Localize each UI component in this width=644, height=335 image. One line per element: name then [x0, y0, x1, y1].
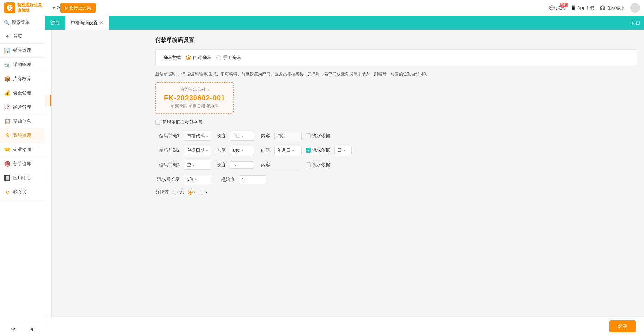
sales-icon: 📊 [4, 47, 10, 54]
guide-icon: 🎯 [4, 161, 10, 167]
message-badge: 99+ [560, 3, 568, 7]
sidebar-item-label: 基础信息 [13, 118, 31, 124]
serial3-checkbox[interactable] [306, 162, 311, 167]
sidebar-item-label: 应用中心 [13, 175, 31, 181]
prefix2-select[interactable]: 单据日期 ▾ [184, 146, 211, 155]
content2-label: 内容 [261, 147, 270, 153]
logo: 畅 畅捷通好生意 旗舰版 [4, 2, 49, 13]
settings-bottom-icon[interactable]: ⚙ [11, 326, 15, 332]
sidebar-item-sales[interactable]: 📊 销售管理 [0, 44, 45, 58]
download-label: App下载 [577, 5, 594, 11]
prefix3-select[interactable]: 空 ▾ [184, 160, 211, 170]
length2-select[interactable]: 8位 ▾ [230, 146, 254, 155]
tab-close-icon[interactable]: ✕ [100, 20, 103, 25]
save-button[interactable]: 保存 [609, 320, 636, 332]
serial-length-select[interactable]: 3位 ▾ [184, 175, 211, 184]
message-btn[interactable]: 💬 消息 99+ [549, 5, 565, 11]
tab-home[interactable]: 首页 [45, 16, 65, 30]
serial1-checkbox[interactable] [306, 133, 311, 138]
separator-row: 分隔符 无 · · [155, 189, 637, 195]
auto-code-label: 自动编码 [193, 55, 211, 61]
sidebar-item-basic[interactable]: 📋 基础信息 [0, 114, 45, 129]
basic-icon: 📋 [4, 118, 10, 124]
encoding-method-label: 编码方式 [163, 55, 181, 61]
sidebar-item-apps[interactable]: 🔲 应用中心 [0, 171, 45, 185]
tab-encoding-label: 单据编码设置 [71, 20, 98, 26]
length2-arrow: ▾ [241, 149, 243, 152]
content2-select[interactable]: 年月日 ▾ [274, 146, 302, 155]
finance-icon: 💰 [4, 90, 10, 96]
start-value-label: 起始值 [221, 176, 234, 183]
day-option-arrow: ▾ [343, 149, 345, 152]
apps-icon: 🔲 [4, 175, 10, 181]
separator-none-radio[interactable]: 无 [173, 189, 184, 195]
sidebar-item-label: 资金管理 [13, 90, 31, 96]
prefix2-value: 单据日期 [187, 147, 205, 153]
tab-home-label: 首页 [50, 20, 59, 26]
sidebar-item-guide[interactable]: 🎯 新手引导 [0, 157, 45, 171]
length2-label: 长度 [217, 147, 226, 153]
sidebar-item-label: 采购管理 [13, 62, 31, 68]
content1-value: FK [274, 132, 302, 140]
code-preview-sub: 单据代码-单据日期-流水号 [164, 103, 225, 109]
serial2-checkbox[interactable]: ✓ [306, 148, 311, 153]
download-btn[interactable]: 📱 App下载 [570, 5, 594, 11]
close-all-icon: ✕ [631, 20, 635, 26]
operations-icon: 📈 [4, 104, 10, 110]
window-icon: ⊡ [636, 20, 640, 26]
length3-select[interactable]: ▾ [230, 161, 254, 169]
user-avatar[interactable] [630, 3, 640, 13]
prefix1-value: 单据代码 [187, 133, 205, 139]
prefix-row-1: 编码前缀1 单据代码 ▾ 长度 2位 ▾ 内容 FK 流水依据 [155, 131, 637, 141]
sidebar-item-label: 库存核算 [13, 76, 31, 82]
sidebar-item-finance[interactable]: 💰 资金管理 [0, 86, 45, 100]
collapse-icon[interactable]: ◀ [30, 326, 33, 332]
length1-select[interactable]: 2位 ▾ [230, 131, 254, 141]
tab-close-all[interactable]: ✕ ⊡ [627, 20, 644, 26]
separator-dot2-radio[interactable]: · [200, 189, 207, 195]
auto-fill-checkbox[interactable] [155, 120, 160, 125]
sidebar-search[interactable]: 🔍 搜索菜单 [0, 16, 45, 29]
start-value-input[interactable] [239, 175, 266, 184]
manual-code-radio[interactable]: 手工编码 [216, 55, 241, 61]
length3-arrow: ▾ [234, 163, 236, 167]
service-btn[interactable]: 🎧 在线客服 [600, 5, 625, 11]
dropdown-arrow-icon[interactable]: ▾ [52, 5, 55, 10]
encoding-method-section: 编码方式 自动编码 手工编码 [155, 49, 637, 66]
page-title: 付款单编码设置 [155, 37, 637, 44]
sidebar-item-home[interactable]: ⊞ 首页 [0, 29, 45, 44]
inventory-icon: 📦 [4, 76, 10, 82]
serial-length-arrow: ▾ [195, 178, 197, 182]
settings-icon[interactable]: ⚙ [56, 5, 60, 10]
tab-encoding-settings[interactable]: 单据编码设置 ✕ [65, 16, 109, 30]
topbar: 畅 畅捷通好生意 旗舰版 ▾ ⚙ 体验行业方案 💬 消息 99+ 📱 App下载… [0, 0, 644, 16]
sidebar-item-enterprise[interactable]: 🤝 企业协同 [0, 143, 45, 157]
separator-radio-group: 无 · · [173, 189, 208, 195]
separator-label: 分隔符 [155, 189, 169, 195]
service-icon: 🎧 [600, 5, 605, 10]
day-option-select[interactable]: 日 ▾ [334, 146, 352, 155]
sidebar-item-label: 首页 [13, 33, 22, 39]
logo-text-line2: 旗舰版 [17, 8, 42, 13]
serial2-label: 流水依据 [312, 147, 330, 153]
sidebar-item-system[interactable]: ⚙ 系统管理 [0, 129, 45, 143]
prefix1-select[interactable]: 单据代码 ▾ [184, 131, 211, 141]
sidebar-item-inventory[interactable]: 📦 库存核算 [0, 72, 45, 86]
sidebar-item-member[interactable]: V 畅会员 [0, 185, 45, 199]
separator-none-label: 无 [179, 189, 184, 195]
separator-dot2-dot [200, 190, 204, 195]
code-preview-label: 当前编码示例： [164, 87, 225, 93]
separator-dot2-label: · [206, 189, 207, 195]
content2-value: 年月日 [277, 147, 291, 153]
day-option-value: 日 [337, 147, 342, 153]
separator-dot1-radio[interactable]: · [188, 189, 195, 195]
serial3-checkbox-wrap: 流水依据 [306, 162, 330, 168]
auto-code-radio[interactable]: 自动编码 [186, 55, 211, 61]
sidebar-item-operations[interactable]: 📈 经营管理 [0, 100, 45, 114]
main-content: 付款单编码设置 编码方式 自动编码 手工编码 新增单据时，*单据编码*自动生成、… [148, 30, 644, 335]
content3-input[interactable] [274, 161, 302, 169]
length3-label: 长度 [217, 162, 226, 168]
sidebar-item-purchase[interactable]: 🛒 采购管理 [0, 58, 45, 72]
experience-button[interactable]: 体验行业方案 [60, 3, 96, 13]
content1-label: 内容 [261, 133, 270, 139]
